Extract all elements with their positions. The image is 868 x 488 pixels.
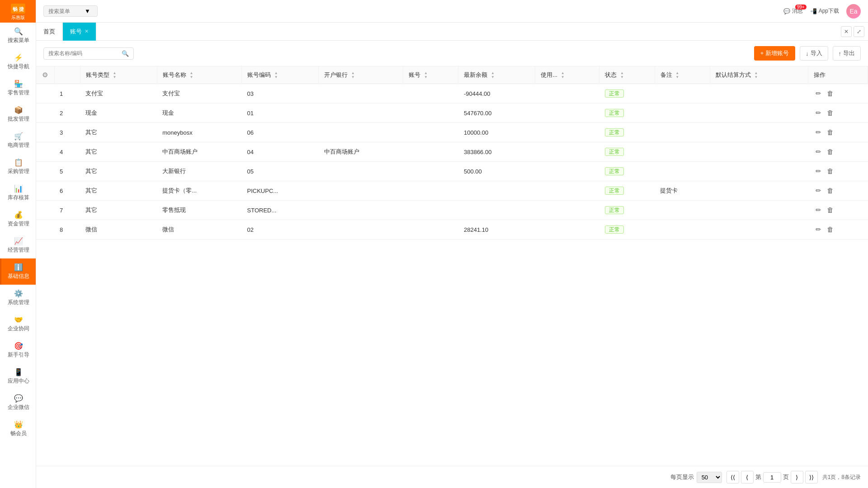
edit-button[interactable]: ✏ [814, 127, 823, 137]
sidebar-item-label: 库存核算 [8, 194, 29, 202]
page-last-button[interactable]: ⟩⟩ [805, 471, 818, 483]
col-usage[interactable]: 使用... ▲▼ [535, 66, 599, 84]
header-search[interactable]: ▼ [43, 5, 98, 17]
per-page-dropdown[interactable]: 50 100 200 [697, 472, 722, 483]
table-row: 8 微信 微信 02 28241.10 正常 ✏ 🗑 [36, 220, 868, 239]
col-code[interactable]: 账号编码 ▲▼ [242, 66, 319, 84]
sidebar-item-retail[interactable]: 🏪 零售管理 [0, 75, 36, 101]
user-avatar[interactable]: Ea [846, 4, 861, 19]
cell-usage [535, 181, 599, 201]
tab-accounts[interactable]: 账号 ✕ [63, 23, 96, 41]
cell-balance: 500.00 [458, 162, 535, 181]
edit-button[interactable]: ✏ [814, 205, 823, 215]
svg-text:捷: 捷 [18, 6, 24, 12]
page-next-button[interactable]: ⟩ [791, 471, 803, 483]
col-status[interactable]: 状态 ▲▼ [599, 66, 655, 84]
cell-status: 正常 [599, 162, 655, 181]
sidebar-item-guide[interactable]: 🎯 新手引导 [0, 337, 36, 363]
message-button[interactable]: 💬 消息 99+ [783, 7, 803, 15]
tab-close-button[interactable]: ✕ [85, 28, 89, 34]
sort-remark-icon: ▲▼ [675, 71, 679, 80]
cell-index: 4 [54, 142, 80, 162]
tab-home[interactable]: 首页 [36, 23, 63, 41]
delete-button[interactable]: 🗑 [825, 127, 835, 137]
col-name[interactable]: 账号名称 ▲▼ [157, 66, 241, 84]
cell-settings [36, 181, 54, 201]
header-search-input[interactable] [48, 8, 85, 14]
sidebar-item-basic-info[interactable]: ℹ️ 基础信息 [0, 258, 36, 285]
cell-code: 04 [242, 142, 319, 162]
export-button[interactable]: ↑ 导出 [833, 46, 861, 61]
cell-code: 03 [242, 84, 319, 103]
cell-default-settlement [710, 181, 808, 201]
edit-button[interactable]: ✏ [814, 186, 823, 196]
cell-usage [535, 123, 599, 142]
sidebar-item-wechat[interactable]: 💬 企业微信 [0, 389, 36, 416]
edit-button[interactable]: ✏ [814, 89, 823, 99]
sidebar-item-purchase[interactable]: 📋 采购管理 [0, 154, 36, 180]
edit-button[interactable]: ✏ [814, 147, 823, 157]
col-type[interactable]: 账号类型 ▲▼ [80, 66, 157, 84]
sidebar-item-label: 电商管理 [8, 141, 29, 149]
cell-code: 06 [242, 123, 319, 142]
page-number-input[interactable] [763, 472, 781, 483]
cell-bank [319, 162, 403, 181]
col-settings[interactable]: ⚙ [36, 66, 54, 84]
sidebar-item-operation[interactable]: 📈 经营管理 [0, 232, 36, 258]
sidebar-item-app-center[interactable]: 📱 应用中心 [0, 363, 36, 389]
cell-balance: -90444.00 [458, 84, 535, 103]
sidebar-item-system[interactable]: ⚙️ 系统管理 [0, 285, 36, 311]
expand-window-button[interactable]: ⤢ [854, 26, 864, 37]
cell-status: 正常 [599, 220, 655, 239]
delete-button[interactable]: 🗑 [825, 205, 835, 215]
table-search-input[interactable] [48, 50, 119, 56]
sidebar-item-quick-nav[interactable]: ⚡ 快捷导航 [0, 49, 36, 75]
cell-name: 大新银行 [157, 162, 241, 181]
delete-button[interactable]: 🗑 [825, 225, 835, 234]
app-download-button[interactable]: 📲 App下载 [810, 7, 839, 15]
cell-account [403, 162, 458, 181]
add-account-button[interactable]: + 新增账号 [754, 46, 795, 61]
settings-icon: ⚙ [42, 71, 48, 79]
header-search-icon: ▼ [85, 8, 90, 14]
table-row: 2 现金 现金 01 547670.00 正常 ✏ 🗑 [36, 103, 868, 123]
page-prev-button[interactable]: ⟨ [741, 471, 754, 483]
edit-button[interactable]: ✏ [814, 108, 823, 118]
page-suffix: 页 [783, 473, 789, 481]
delete-button[interactable]: 🗑 [825, 89, 835, 98]
delete-button[interactable]: 🗑 [825, 166, 835, 176]
delete-button[interactable]: 🗑 [825, 108, 835, 117]
edit-button[interactable]: ✏ [814, 225, 823, 235]
quick-nav-icon: ⚡ [14, 53, 23, 62]
sidebar-item-wholesale[interactable]: 📦 批发管理 [0, 101, 36, 127]
table-row: 4 其它 中百商场账户 04 中百商场账户 383866.00 正常 ✏ 🗑 [36, 142, 868, 162]
cell-index: 3 [54, 123, 80, 142]
sidebar-item-inventory[interactable]: 📊 库存核算 [0, 180, 36, 206]
cell-account [403, 201, 458, 220]
col-balance[interactable]: 最新余额 ▲▼ [458, 66, 535, 84]
main-container: ▼ 💬 消息 99+ 📲 App下载 Ea 首页 账号 ✕ [36, 0, 868, 488]
page-first-button[interactable]: ⟨⟨ [726, 471, 739, 483]
sidebar-item-vip[interactable]: 👑 畅会员 [0, 416, 36, 442]
delete-button[interactable]: 🗑 [825, 186, 835, 195]
col-default-settlement[interactable]: 默认结算方式 ▲▼ [710, 66, 808, 84]
sidebar-item-search-menu[interactable]: 🔍 搜索菜单 [0, 23, 36, 49]
table-search-box[interactable]: 🔍 [43, 47, 134, 60]
cell-code: PICKUPC... [242, 181, 319, 201]
sidebar-item-capital[interactable]: 💰 资金管理 [0, 206, 36, 232]
edit-button[interactable]: ✏ [814, 166, 823, 176]
cell-name: 微信 [157, 220, 241, 239]
delete-button[interactable]: 🗑 [825, 147, 835, 156]
cell-default-settlement [710, 103, 808, 123]
col-account[interactable]: 账号 ▲▼ [403, 66, 458, 84]
cell-actions: ✏ 🗑 [808, 181, 868, 201]
search-icon: 🔍 [122, 50, 129, 57]
sidebar-item-enterprise[interactable]: 🤝 企业协同 [0, 311, 36, 337]
close-window-button[interactable]: ✕ [841, 26, 852, 37]
cell-remark [655, 162, 710, 181]
sidebar-item-ecommerce[interactable]: 🛒 电商管理 [0, 127, 36, 154]
col-bank[interactable]: 开户银行 ▲▼ [319, 66, 403, 84]
import-button[interactable]: ↓ 导入 [800, 46, 828, 61]
col-remark[interactable]: 备注 ▲▼ [655, 66, 710, 84]
basic-info-icon: ℹ️ [14, 263, 23, 272]
